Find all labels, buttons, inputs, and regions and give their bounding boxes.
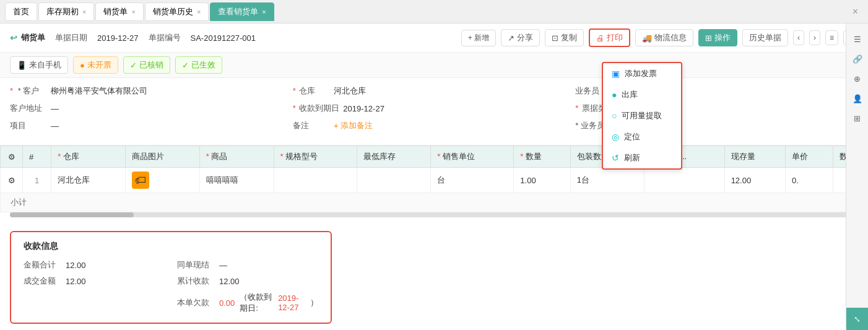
outbound-label: 出库 bbox=[622, 89, 638, 100]
sidebar-icon-add[interactable]: ⊕ bbox=[848, 69, 867, 88]
tab-view-sales-close[interactable]: × bbox=[262, 8, 266, 15]
row-available bbox=[644, 168, 724, 193]
new-button[interactable]: + 新增 bbox=[461, 30, 496, 46]
address-field: 客户地址 — bbox=[10, 103, 293, 114]
dropdown-item-locate[interactable]: ◎ 定位 bbox=[603, 126, 681, 147]
table-row: ⚙ 1 河北仓库 🏷 嘻嘻嘻嘻 台 1.00 1台 bbox=[1, 168, 868, 193]
row-min-stock bbox=[357, 168, 431, 193]
history-button[interactable]: 历史单据 bbox=[742, 29, 788, 46]
col-warehouse-header: * 仓库 bbox=[51, 146, 126, 168]
dropdown-item-available[interactable]: ○ 可用量提取 bbox=[603, 105, 681, 126]
sidebar-icon-grid[interactable]: ⊞ bbox=[848, 109, 867, 128]
next-button[interactable]: › bbox=[809, 30, 820, 45]
available-icon: ○ bbox=[612, 111, 617, 121]
grid-sidebar-icon: ⊞ bbox=[854, 114, 861, 123]
customer-star: * bbox=[10, 86, 13, 95]
date-value: 2019-12-27 bbox=[97, 33, 139, 43]
row-qty: 1.00 bbox=[514, 168, 570, 193]
right-sidebar: ☰ 🔗 ⊕ 👤 ⊞ ⤡ bbox=[846, 24, 868, 330]
address-label: 客户地址 bbox=[10, 103, 47, 114]
sidebar-icon-expand[interactable]: ⤡ bbox=[846, 308, 869, 330]
tab-view-sales-label: 查看销货单 bbox=[218, 6, 258, 17]
payment-date-value: 2019-12-27 bbox=[343, 104, 384, 113]
effected-button[interactable]: ✓ 已生效 bbox=[175, 56, 222, 74]
tab-sales-order[interactable]: 销货单 × bbox=[95, 2, 143, 21]
sidebar-icon-user[interactable]: 👤 bbox=[848, 89, 867, 108]
plus-icon: + bbox=[334, 121, 339, 131]
col-unit-header: * 销售单位 bbox=[431, 146, 514, 168]
tab-sales-history-label: 销货单历史 bbox=[153, 6, 193, 17]
print-button[interactable]: 🖨 打印 bbox=[589, 28, 630, 47]
not-open-button[interactable]: ● 未开票 bbox=[73, 56, 118, 74]
add-invoice-label: 添加发票 bbox=[625, 68, 657, 79]
checked-button[interactable]: ✓ 已核销 bbox=[123, 56, 170, 74]
expand-icon: ⤡ bbox=[854, 315, 861, 324]
product-img-icon: 🏷 bbox=[135, 174, 146, 187]
sidebar-icon-records[interactable]: ☰ bbox=[848, 30, 867, 48]
tab-sales-order-close[interactable]: × bbox=[131, 8, 135, 15]
tab-home[interactable]: 首页 bbox=[5, 2, 37, 21]
same-order-value: — bbox=[219, 261, 227, 270]
window-close-button[interactable]: × bbox=[848, 6, 863, 17]
from-phone-button[interactable]: 📱 来自手机 bbox=[10, 56, 68, 74]
list-view-button[interactable]: ≡ bbox=[825, 30, 838, 45]
payment-info-box: 收款信息 金额合计 12.00 同单现结 — 成交金额 12.00 累计收款 1… bbox=[10, 231, 332, 324]
payment-title: 收款信息 bbox=[24, 241, 318, 252]
warehouse-value: 河北仓库 bbox=[334, 85, 366, 97]
doc-area: ↩ 销货单 单据日期 2019-12-27 单据编号 SA-20191227-0… bbox=[0, 24, 868, 330]
tab-sales-history[interactable]: 销货单历史 × bbox=[145, 2, 209, 21]
doc-type-icon: ↩ bbox=[10, 33, 17, 43]
customer-field: * * 客户 柳州粤港平安气体有限公司 bbox=[10, 85, 293, 97]
available-label: 可用量提取 bbox=[622, 110, 662, 121]
col-unit-price-header: 单价 bbox=[786, 146, 833, 168]
tab-inventory-label: 库存期初 bbox=[46, 6, 79, 17]
invoice-icon: ▣ bbox=[612, 69, 620, 79]
tab-view-sales[interactable]: 查看销货单 × bbox=[210, 2, 274, 21]
note-field: 备注 + 添加备注 bbox=[293, 120, 576, 131]
payment-date-label: * 收款到期日 bbox=[293, 103, 340, 114]
settings-col-header[interactable]: ⚙ bbox=[1, 146, 23, 168]
row-num: 1 bbox=[23, 168, 51, 193]
col-image-header: 商品图片 bbox=[126, 146, 200, 168]
date-label: 单据日期 bbox=[55, 32, 87, 43]
outbound-icon: ● bbox=[612, 90, 617, 100]
balance-note: （收款到期日: bbox=[240, 292, 273, 314]
effect-icon: ✓ bbox=[182, 61, 189, 70]
user-icon: 👤 bbox=[853, 94, 862, 103]
prev-button[interactable]: ‹ bbox=[793, 30, 804, 45]
tab-inventory-close[interactable]: × bbox=[82, 8, 86, 15]
same-order-label: 同单现结 bbox=[177, 259, 214, 271]
add-icon: ⊕ bbox=[854, 74, 861, 84]
doc-type-label: 销货单 bbox=[21, 32, 45, 43]
total-row: 金额合计 12.00 bbox=[24, 259, 165, 271]
scroll-thumb[interactable] bbox=[10, 212, 134, 217]
balance-date: 2019-12-27 bbox=[278, 293, 305, 312]
dropdown-item-add-invoice[interactable]: ▣ 添加发票 bbox=[603, 63, 681, 84]
dropdown-item-refresh[interactable]: ↺ 刷新 bbox=[603, 147, 681, 168]
horizontal-scrollbar[interactable] bbox=[10, 212, 858, 217]
col-num-header: # bbox=[23, 146, 51, 168]
doc-header: ↩ 销货单 单据日期 2019-12-27 单据编号 SA-20191227-0… bbox=[0, 24, 868, 53]
ticket-icon: ● bbox=[80, 61, 85, 70]
customer-label: * * 客户 bbox=[10, 85, 47, 97]
table-scroll[interactable]: ⚙ # * 仓库 商品图片 * 商品 * 规格型号 最低库存 * 销售单位 * … bbox=[0, 145, 868, 212]
share-button[interactable]: ↗ 分享 bbox=[501, 29, 540, 46]
dropdown-item-outbound[interactable]: ● 出库 bbox=[603, 84, 681, 105]
form-row-3: 项目 — 备注 + 添加备注 * 业务员孟 — bbox=[10, 120, 858, 131]
product-image: 🏷 bbox=[132, 172, 149, 189]
locate-icon: ◎ bbox=[612, 132, 619, 142]
tab-sales-history-close[interactable]: × bbox=[197, 8, 201, 15]
tab-inventory[interactable]: 库存期初 × bbox=[38, 2, 94, 21]
sidebar-icon-link[interactable]: 🔗 bbox=[848, 50, 867, 68]
row-product: 嘻嘻嘻嘻 bbox=[199, 168, 274, 193]
refresh-icon: ↺ bbox=[612, 153, 619, 163]
operation-button[interactable]: ⊞ 操作 bbox=[698, 29, 737, 46]
logistics-button[interactable]: 🚚 物流信息 bbox=[635, 29, 693, 46]
row-settings[interactable]: ⚙ bbox=[1, 168, 23, 193]
copy-button[interactable]: ⊡ 复制 bbox=[545, 29, 584, 46]
add-note-button[interactable]: + 添加备注 bbox=[334, 120, 373, 131]
phone-icon: 📱 bbox=[17, 61, 27, 70]
balance-note-end: ） bbox=[310, 297, 318, 308]
print-icon: 🖨 bbox=[596, 33, 604, 43]
warehouse-label: * 仓库 bbox=[293, 85, 330, 97]
